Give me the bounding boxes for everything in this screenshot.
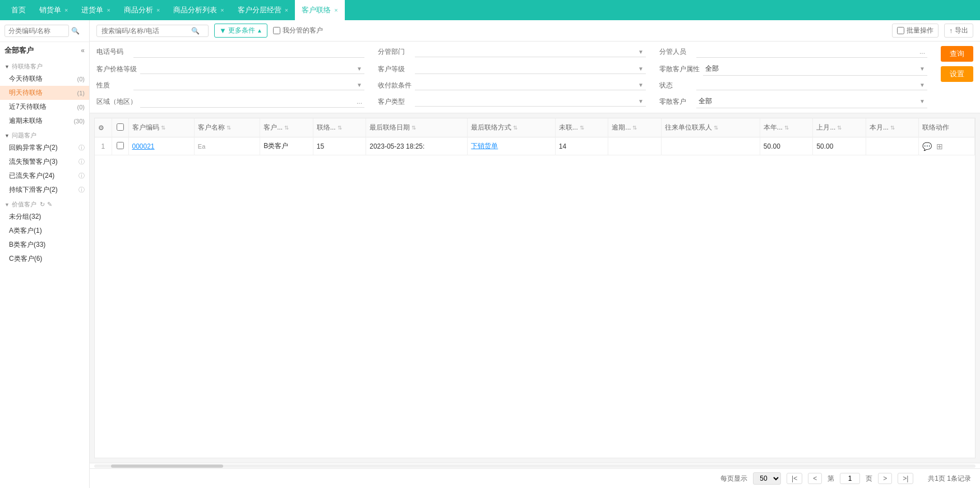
cell-name: Ea [194,137,260,155]
nature-select[interactable]: ▼ [133,80,364,90]
sidebar-item-tomorrow[interactable]: 明天待联络 (1) [0,86,89,100]
status-select[interactable]: ▼ [696,80,927,90]
edit-value-icon[interactable]: ✎ [47,201,52,208]
dept-select[interactable]: ▼ [415,47,646,57]
sort-this-month-icon[interactable]: ⇅ [890,125,895,131]
sidebar-search-input[interactable] [4,25,69,37]
sort-year-icon[interactable]: ⇅ [784,125,789,131]
info-icon-lost: ⓘ [78,172,85,180]
last-page-btn[interactable]: >| [898,473,913,484]
my-customers-checkbox[interactable] [273,27,280,34]
page-size-select[interactable]: 50 100 200 [753,472,781,485]
reset-btn[interactable]: 设置 [941,66,973,82]
nav-purchase[interactable]: 进货单 × [75,0,117,20]
sidebar-item-ungroup[interactable]: 未分组(32) [0,210,89,224]
close-customer-contact-icon[interactable]: × [334,7,338,13]
nav-customer-tier[interactable]: 客户分层经营 × [231,0,295,20]
sort-unit-icon[interactable]: ⇅ [714,125,718,131]
sidebar-item-today[interactable]: 今天待联络 (0) [0,72,89,86]
sidebar-search-area: 🔍 [0,20,89,42]
sidebar-item-declining[interactable]: 持续下滑客户(2) ⓘ [0,183,89,197]
my-customers-checkbox-area[interactable]: 我分管的客户 [273,26,323,35]
page-number-input[interactable] [840,473,860,484]
filter-retail-customer: 零散客户 全部 ▼ [659,95,927,108]
pagination-bar: 每页显示 50 100 200 |< < 第 页 > >| 共1页 1条记录 [90,468,980,488]
table-header: ⚙ 客户编码⇅ 客户名称⇅ 客户...⇅ [95,118,975,137]
cell-last-contact-method: 下销货单 [468,137,555,155]
customer-type-select[interactable]: ▼ [415,96,646,107]
sidebar-item-overdue[interactable]: 逾期未联络 (30) [0,114,89,128]
close-analysis-table-icon[interactable]: × [220,7,224,13]
settings-icon[interactable]: ⚙ [98,124,104,132]
more-conditions-btn[interactable]: ▼ 更多条件 ▲ [214,24,267,38]
sidebar-item-7days[interactable]: 近7天待联络 (0) [0,100,89,114]
phone-input[interactable] [133,46,364,58]
nav-sales[interactable]: 销货单 × [33,0,75,20]
scrollbar-thumb[interactable] [111,464,223,468]
nav-analysis-table[interactable]: 商品分析列表 × [167,0,230,20]
main-search-input[interactable] [101,27,191,35]
query-btn[interactable]: 查询 [941,46,973,62]
close-sales-icon[interactable]: × [64,7,68,13]
nav-customer-contact[interactable]: 客户联络 × [295,0,344,20]
prev-page-btn[interactable]: < [808,473,822,484]
sidebar-item-lost[interactable]: 已流失客户(24) ⓘ [0,169,89,183]
sort-name-icon[interactable]: ⇅ [226,125,231,131]
sidebar-item-b-class[interactable]: B类客户(33) [0,238,89,252]
retail-attr-caret-icon: ▼ [919,66,925,72]
sidebar-all-customers[interactable]: 全部客户 « [0,42,89,59]
retail-attr-select[interactable]: 全部 ▼ [703,62,927,76]
payment-caret-icon: ▼ [638,82,644,88]
batch-checkbox[interactable] [897,27,904,34]
next-page-btn[interactable]: > [878,473,892,484]
sidebar-item-c-class[interactable]: C类客户(6) [0,252,89,266]
first-page-btn[interactable]: |< [787,473,802,484]
payment-select[interactable]: ▼ [415,80,646,90]
th-this-month: 本月...⇅ [866,118,919,137]
sort-overdue-icon[interactable]: ⇅ [632,125,637,131]
nav-home[interactable]: 首页 [4,0,33,20]
close-purchase-icon[interactable]: × [107,7,110,13]
th-contact: 联络...⇅ [313,118,366,137]
nav-analysis[interactable]: 商品分析 × [117,0,167,20]
sidebar-search-icon[interactable]: 🔍 [71,27,80,35]
retail-customer-select[interactable]: 全部 ▼ [696,95,927,108]
sidebar-item-repurchase[interactable]: 回购异常客户(2) ⓘ [0,141,89,155]
main-search-icon[interactable]: 🔍 [191,27,200,35]
collapse-icon: « [81,47,85,54]
cell-unit-contact [661,137,760,155]
contact-method-link[interactable]: 下销货单 [471,142,498,150]
qr-icon[interactable]: ⊞ [936,142,943,151]
refresh-icon[interactable]: ↻ [40,201,45,208]
th-this-year: 本年...⇅ [760,118,813,137]
search-box: 🔍 [96,25,209,37]
sidebar-item-a-class[interactable]: A类客户(1) [0,224,89,238]
sort-type-icon[interactable]: ⇅ [284,125,289,131]
row-checkbox[interactable] [117,142,124,149]
th-type: 客户...⇅ [260,118,313,137]
filter-actions: 查询 设置 [941,46,973,82]
close-analysis-icon[interactable]: × [156,7,160,13]
filter-status: 状态 ▼ [659,80,927,90]
close-customer-tier-icon[interactable]: × [285,7,288,13]
sort-contact-icon[interactable]: ⇅ [338,125,342,131]
sort-date-icon[interactable]: ⇅ [412,125,416,131]
sidebar-item-lost-warning[interactable]: 流失预警客户(3) ⓘ [0,155,89,169]
cell-actions: 💬 ⊞ [919,137,975,155]
price-grade-select[interactable]: ▼ [140,64,364,74]
table-area: ⚙ 客户编码⇅ 客户名称⇅ 客户...⇅ [94,118,976,458]
customer-grade-select[interactable]: ▼ [415,64,646,74]
export-btn[interactable]: ↑ 导出 [944,24,973,38]
sidebar-group-problem: 问题客户 [0,128,89,141]
batch-op-btn[interactable]: 批量操作 [892,24,939,38]
sort-method-icon[interactable]: ⇅ [513,125,517,131]
sort-last-month-icon[interactable]: ⇅ [837,125,842,131]
region-selector[interactable]: ... [140,96,364,108]
customer-code-link[interactable]: 000021 [132,142,155,150]
sort-not-contacted-icon[interactable]: ⇅ [580,125,584,131]
message-icon[interactable]: 💬 [922,142,932,151]
customer-type-caret-icon: ▼ [638,98,644,104]
select-all-checkbox[interactable] [117,123,124,131]
sort-code-icon[interactable]: ⇅ [161,125,165,131]
manager-selector[interactable]: ... [696,46,927,58]
